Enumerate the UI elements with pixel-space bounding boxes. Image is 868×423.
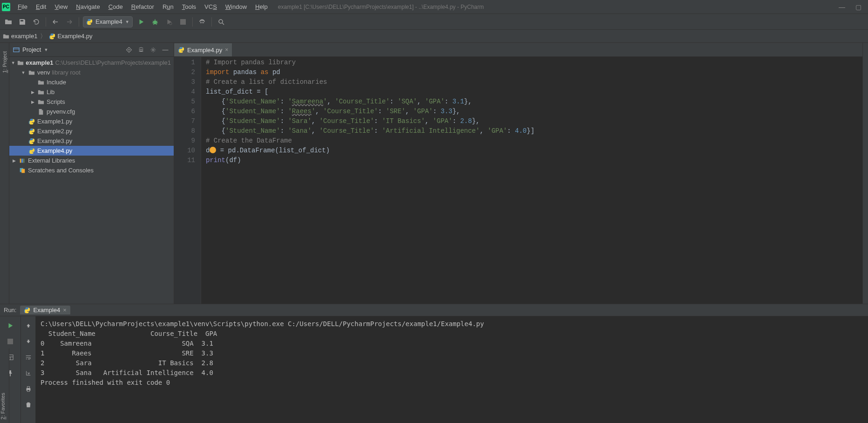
- editor-tabs: Example4.py ×: [174, 43, 862, 57]
- collapse-all-icon[interactable]: [136, 45, 146, 55]
- chevron-down-icon: ▼: [125, 20, 129, 24]
- gear-icon[interactable]: [149, 45, 158, 55]
- tree-scratches[interactable]: Scratches and Consoles: [9, 165, 174, 175]
- menu-file[interactable]: File: [14, 1, 31, 12]
- run-config-selector[interactable]: Example4 ▼: [83, 16, 133, 27]
- print-icon[interactable]: [23, 383, 34, 395]
- python-icon: [49, 33, 55, 40]
- folder-icon: [37, 89, 45, 96]
- up-icon[interactable]: [23, 320, 34, 331]
- run-tab[interactable]: Example4 ×: [20, 306, 70, 314]
- close-icon[interactable]: ×: [63, 307, 67, 314]
- menu-refactor[interactable]: Refactor: [128, 1, 158, 12]
- minimize-button[interactable]: —: [834, 1, 850, 13]
- python-icon: [28, 118, 35, 125]
- code-body[interactable]: # Import pandas library import pandas as…: [201, 57, 862, 304]
- debug-button[interactable]: [149, 16, 161, 27]
- run-console[interactable]: C:\Users\DELL\PycharmProjects\example1\v…: [36, 316, 868, 423]
- tree-example3[interactable]: Example3.py: [9, 136, 174, 146]
- folder-icon: [37, 79, 45, 86]
- menu-window[interactable]: Window: [222, 1, 251, 12]
- back-icon[interactable]: [50, 16, 61, 27]
- svg-rect-17: [27, 390, 29, 392]
- breadcrumb-project[interactable]: example1: [3, 33, 37, 40]
- folder-icon: [17, 59, 24, 67]
- menu-edit[interactable]: Edit: [32, 1, 50, 12]
- editor-area: Example4.py × 1 2 3 4 5 6 7 8 9 10 11 # …: [174, 43, 862, 304]
- tree-example1[interactable]: Example1.py: [9, 116, 174, 126]
- locate-icon[interactable]: [124, 45, 134, 55]
- project-panel: Project ▼ — ▼ example1 C:\Users\DELL\Pyc…: [9, 43, 174, 304]
- tree-venv[interactable]: ▼ venv library root: [9, 68, 174, 77]
- tree-include[interactable]: Include: [9, 77, 174, 87]
- left-sidebar-rail: 1: Project: [0, 43, 9, 304]
- menu-bar: PC File Edit View Navigate Code Refactor…: [0, 0, 868, 14]
- tree-external-libraries[interactable]: ▶ External Libraries: [9, 156, 174, 165]
- run-button[interactable]: [136, 16, 147, 27]
- svg-rect-8: [20, 158, 21, 163]
- save-icon[interactable]: [17, 16, 28, 27]
- maximize-button[interactable]: ▢: [851, 1, 866, 13]
- svg-rect-4: [14, 48, 19, 52]
- svg-rect-16: [27, 387, 29, 389]
- run-header: Run: Example4 ×: [0, 304, 868, 316]
- svg-point-6: [129, 49, 130, 50]
- tree-root[interactable]: ▼ example1 C:\Users\DELL\PycharmProjects…: [9, 58, 174, 68]
- svg-rect-2: [180, 19, 186, 25]
- chevron-down-icon[interactable]: ▼: [44, 48, 48, 52]
- menu-navigate[interactable]: Navigate: [72, 1, 103, 12]
- search-icon[interactable]: [216, 16, 227, 27]
- rerun-button[interactable]: [5, 320, 16, 331]
- menu-vcs[interactable]: VCS: [201, 1, 221, 12]
- python-icon: [28, 128, 35, 135]
- menu-tools[interactable]: Tools: [178, 1, 200, 12]
- wrap-icon[interactable]: [23, 352, 34, 363]
- open-icon[interactable]: [3, 16, 14, 27]
- python-icon: [178, 47, 184, 53]
- tree-example4[interactable]: Example4.py: [9, 146, 174, 156]
- tree-lib[interactable]: ▶ Lib: [9, 87, 174, 97]
- reload-icon[interactable]: [31, 16, 42, 27]
- code-editor[interactable]: 1 2 3 4 5 6 7 8 9 10 11 # Import pandas …: [174, 57, 862, 304]
- tree-example2[interactable]: Example2.py: [9, 126, 174, 136]
- python-icon: [86, 19, 93, 25]
- forward-icon[interactable]: [64, 16, 75, 27]
- breadcrumb-file[interactable]: Example4.py: [49, 33, 92, 40]
- close-tab-icon[interactable]: ×: [225, 47, 228, 53]
- project-panel-title: Project: [22, 46, 41, 53]
- stop-button[interactable]: [5, 336, 16, 347]
- run-config-name: Example4: [95, 18, 122, 25]
- run-body: C:\Users\DELL\PycharmProjects\example1\v…: [0, 316, 868, 423]
- menu-help[interactable]: Help: [251, 1, 271, 12]
- favorites-tool-button[interactable]: 2: Favorites: [0, 383, 6, 423]
- down-icon[interactable]: [23, 336, 34, 347]
- project-tree[interactable]: ▼ example1 C:\Users\DELL\PycharmProjects…: [9, 57, 174, 304]
- tree-pyvenv[interactable]: pyvenv.cfg: [9, 107, 174, 116]
- pycharm-icon: PC: [2, 3, 10, 11]
- scroll-end-icon[interactable]: [23, 368, 34, 379]
- project-view-icon: [13, 47, 20, 53]
- run-label: Run:: [4, 307, 16, 314]
- svg-point-1: [170, 22, 172, 24]
- project-panel-header: Project ▼ —: [9, 43, 174, 57]
- run-tool-window: Run: Example4 × C:\Users\DELL\PycharmPro…: [0, 304, 868, 423]
- breadcrumb-separator: 〉: [40, 32, 46, 41]
- window-title: example1 [C:\Users\DELL\PycharmProjects\…: [278, 4, 484, 10]
- intention-bulb-icon[interactable]: [210, 147, 216, 153]
- hide-icon[interactable]: —: [161, 45, 170, 55]
- editor-tab-example4[interactable]: Example4.py ×: [174, 43, 232, 56]
- run-coverage-button[interactable]: [163, 16, 175, 27]
- python-icon: [28, 147, 35, 155]
- menu-run[interactable]: Run: [159, 1, 177, 12]
- project-tool-button[interactable]: 1: Project: [2, 48, 7, 76]
- stop-button[interactable]: [177, 16, 189, 27]
- trash-icon[interactable]: [23, 399, 34, 410]
- python-icon: [28, 137, 35, 145]
- tree-scripts[interactable]: ▶ Scripts: [9, 97, 174, 107]
- folder-icon: [3, 33, 9, 40]
- menu-view[interactable]: View: [51, 1, 71, 12]
- settings-icon[interactable]: [197, 16, 208, 27]
- file-icon: [37, 108, 45, 116]
- right-rail: [862, 43, 868, 304]
- menu-code[interactable]: Code: [105, 1, 127, 12]
